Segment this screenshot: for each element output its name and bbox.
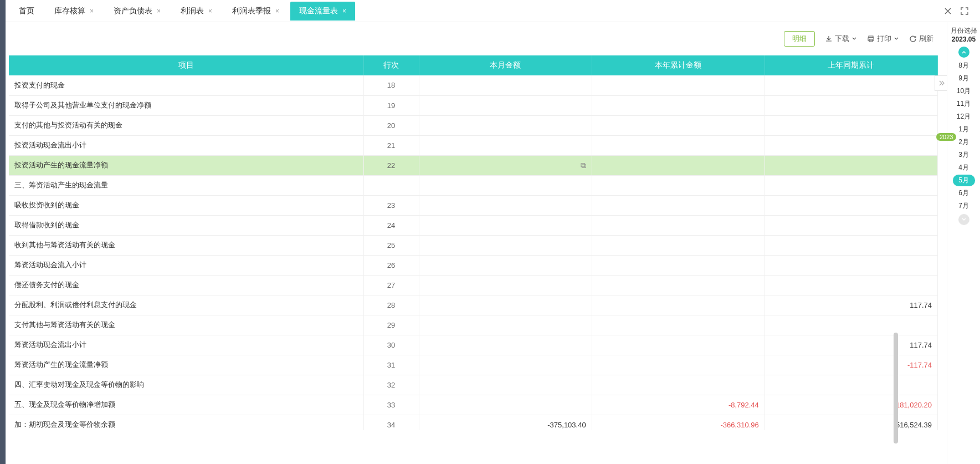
month-next-button[interactable] xyxy=(958,214,969,225)
table-row[interactable]: 筹资活动现金流出小计30117.74 xyxy=(9,335,938,355)
cell-prev-year[interactable] xyxy=(764,175,937,195)
cell-month-amount[interactable]: -375,103.40 xyxy=(419,415,592,430)
table-row[interactable]: 三、筹资活动产生的现金流量 xyxy=(9,175,938,195)
cell-year-amount[interactable] xyxy=(592,95,764,115)
cell-month-amount[interactable] xyxy=(419,235,592,255)
tab-close-icon[interactable]: × xyxy=(342,7,346,15)
cell-year-amount[interactable] xyxy=(592,215,764,235)
month-option[interactable]: 6月 xyxy=(953,187,975,199)
cell-month-amount[interactable] xyxy=(419,95,592,115)
cell-month-amount[interactable] xyxy=(419,395,592,415)
table-row[interactable]: 筹资活动产生的现金流量净额31-117.74 xyxy=(9,355,938,375)
cell-year-amount[interactable] xyxy=(592,375,764,395)
cell-year-amount[interactable] xyxy=(592,355,764,375)
cell-month-amount[interactable] xyxy=(419,175,592,195)
print-button[interactable]: 打印 xyxy=(867,34,899,44)
tab-4[interactable]: 利润表季报× xyxy=(223,2,288,21)
download-button[interactable]: 下载 xyxy=(825,34,857,44)
month-option[interactable]: 4月 xyxy=(953,162,975,174)
vertical-scrollbar[interactable] xyxy=(894,333,898,443)
table-row[interactable]: 支付其他与筹资活动有关的现金29 xyxy=(9,315,938,335)
cell-month-amount[interactable] xyxy=(419,115,592,135)
cell-prev-year[interactable]: -181,020.20 xyxy=(764,395,937,415)
cell-year-amount[interactable] xyxy=(592,135,764,155)
month-option[interactable]: 11月 xyxy=(953,98,975,110)
cell-year-amount[interactable] xyxy=(592,115,764,135)
cell-month-amount[interactable]: ⧉ xyxy=(419,155,592,175)
cell-year-amount[interactable] xyxy=(592,295,764,315)
cell-year-amount[interactable] xyxy=(592,335,764,355)
cell-prev-year[interactable] xyxy=(764,115,937,135)
table-row[interactable]: 投资活动现金流出小计21 xyxy=(9,135,938,155)
cell-year-amount[interactable] xyxy=(592,75,764,95)
table-row[interactable]: 筹资活动现金流入小计26 xyxy=(9,255,938,275)
cell-year-amount[interactable] xyxy=(592,255,764,275)
table-row[interactable]: 四、汇率变动对现金及现金等价物的影响32 xyxy=(9,375,938,395)
tab-2[interactable]: 资产负债表× xyxy=(105,2,170,21)
tab-0[interactable]: 首页 xyxy=(10,2,43,21)
tab-close-icon[interactable]: × xyxy=(157,7,161,15)
cell-year-amount[interactable] xyxy=(592,315,764,335)
cell-month-amount[interactable] xyxy=(419,255,592,275)
cell-prev-year[interactable] xyxy=(764,195,937,215)
table-row[interactable]: 加：期初现金及现金等价物余额34-375,103.40-366,310.9651… xyxy=(9,415,938,430)
cell-month-amount[interactable] xyxy=(419,335,592,355)
tab-5[interactable]: 现金流量表× xyxy=(290,2,355,21)
cell-prev-year[interactable] xyxy=(764,375,937,395)
cell-year-amount[interactable] xyxy=(592,195,764,215)
cell-year-amount[interactable] xyxy=(592,175,764,195)
cell-prev-year[interactable] xyxy=(764,155,937,175)
table-row[interactable]: 取得借款收到的现金24 xyxy=(9,215,938,235)
table-row[interactable]: 五、现金及现金等价物净增加额33-8,792.44-181,020.20 xyxy=(9,395,938,415)
month-option[interactable]: 1月 xyxy=(953,124,975,135)
cell-month-amount[interactable] xyxy=(419,295,592,315)
cell-prev-year[interactable] xyxy=(764,95,937,115)
table-row[interactable]: 吸收投资收到的现金23 xyxy=(9,195,938,215)
refresh-button[interactable]: 刷新 xyxy=(909,34,933,44)
cell-prev-year[interactable] xyxy=(764,275,937,295)
tab-close-icon[interactable]: × xyxy=(275,7,279,15)
cell-month-amount[interactable] xyxy=(419,375,592,395)
cell-year-amount[interactable] xyxy=(592,235,764,255)
formula-icon[interactable]: ⧉ xyxy=(581,161,586,170)
table-row[interactable]: 投资活动产生的现金流量净额22⧉ xyxy=(9,155,938,175)
cell-prev-year[interactable]: 117.74 xyxy=(764,295,937,315)
month-option[interactable]: 12月 xyxy=(953,111,975,123)
month-option[interactable]: 8月 xyxy=(953,60,975,72)
detail-button[interactable]: 明细 xyxy=(784,31,815,47)
cell-month-amount[interactable] xyxy=(419,275,592,295)
month-option[interactable]: 10月 xyxy=(953,85,975,97)
table-row[interactable]: 收到其他与筹资活动有关的现金25 xyxy=(9,235,938,255)
cell-year-amount[interactable] xyxy=(592,275,764,295)
cell-prev-year[interactable]: -117.74 xyxy=(764,355,937,375)
cell-month-amount[interactable] xyxy=(419,355,592,375)
tab-close-icon[interactable]: × xyxy=(90,7,94,15)
cell-prev-year[interactable] xyxy=(764,235,937,255)
month-option[interactable]: 7月 xyxy=(953,200,975,212)
table-row[interactable]: 投资支付的现金18 xyxy=(9,75,938,95)
cell-prev-year[interactable] xyxy=(764,315,937,335)
month-prev-button[interactable] xyxy=(958,47,969,58)
month-option[interactable]: 9月 xyxy=(953,73,975,84)
cell-prev-year[interactable]: 117.74 xyxy=(764,335,937,355)
close-all-tabs-button[interactable] xyxy=(943,7,952,16)
fullscreen-button[interactable] xyxy=(960,7,969,16)
cell-year-amount[interactable] xyxy=(592,155,764,175)
table-row[interactable]: 偿还债务支付的现金27 xyxy=(9,275,938,295)
cell-year-amount[interactable]: -8,792.44 xyxy=(592,395,764,415)
month-option[interactable]: 3月 xyxy=(953,149,975,161)
cell-month-amount[interactable] xyxy=(419,135,592,155)
cell-month-amount[interactable] xyxy=(419,215,592,235)
cell-prev-year[interactable] xyxy=(764,75,937,95)
cell-prev-year[interactable] xyxy=(764,215,937,235)
cell-year-amount[interactable]: -366,310.96 xyxy=(592,415,764,430)
cell-prev-year[interactable] xyxy=(764,135,937,155)
cell-prev-year[interactable] xyxy=(764,255,937,275)
month-option[interactable]: 5月 xyxy=(953,175,975,186)
cell-month-amount[interactable] xyxy=(419,75,592,95)
table-row[interactable]: 支付的其他与投资活动有关的现金20 xyxy=(9,115,938,135)
tab-close-icon[interactable]: × xyxy=(208,7,212,15)
table-row[interactable]: 取得子公司及其他营业单位支付的现金净额19 xyxy=(9,95,938,115)
sidebar-collapse-handle[interactable] xyxy=(935,75,947,91)
cell-prev-year[interactable]: 516,524.39 xyxy=(764,415,937,430)
